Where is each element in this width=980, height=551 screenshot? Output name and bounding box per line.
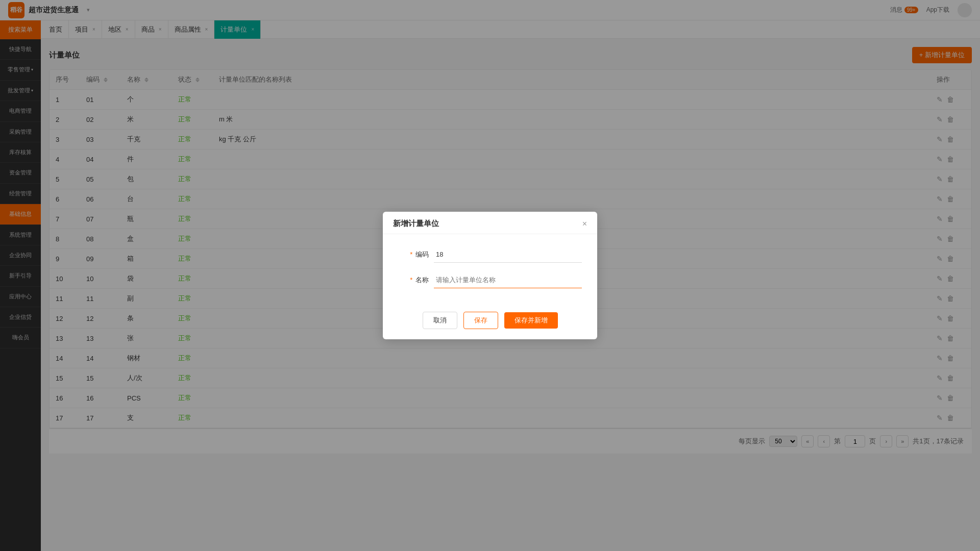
- app-layout: 搜索菜单 快捷导航 零售管理▾ 批发管理▾ 电商管理 采购管理 库存核算 资金管…: [0, 20, 980, 551]
- save-button[interactable]: 保存: [463, 312, 498, 329]
- form-name-input[interactable]: [434, 272, 582, 288]
- modal-header: 新增计量单位 ×: [383, 212, 597, 234]
- form-row-name: * 名称: [398, 272, 582, 288]
- cancel-button[interactable]: 取消: [423, 312, 457, 329]
- form-required-mark2: *: [410, 276, 412, 284]
- modal-title: 新增计量单位: [393, 219, 439, 229]
- form-name-label: * 名称: [398, 276, 429, 285]
- modal-body: * 编码 * 名称: [383, 234, 597, 306]
- modal-close-button[interactable]: ×: [582, 219, 587, 229]
- main-content: 首页 项目 × 地区 × 商品 × 商品属性 × 计量单位 ×: [41, 20, 980, 551]
- form-code-input[interactable]: [434, 246, 582, 263]
- form-code-label: * 编码: [398, 250, 429, 259]
- modal-box: 新增计量单位 × * 编码 * 名称: [383, 212, 597, 339]
- save-new-button[interactable]: 保存并新增: [504, 312, 558, 329]
- form-required-mark: *: [410, 251, 412, 258]
- modal-overlay[interactable]: 新增计量单位 × * 编码 * 名称: [41, 20, 980, 551]
- form-row-code: * 编码: [398, 246, 582, 263]
- modal-footer: 取消 保存 保存并新增: [383, 306, 597, 339]
